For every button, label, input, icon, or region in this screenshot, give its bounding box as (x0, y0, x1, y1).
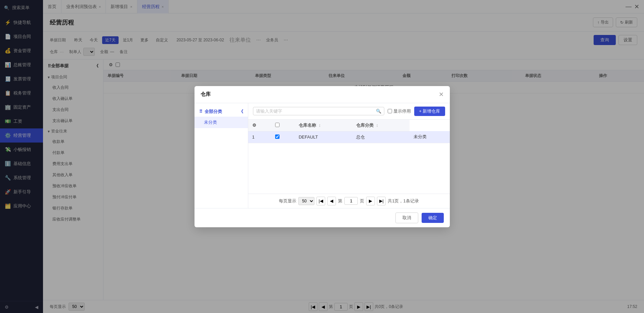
row-name: 总仓 (352, 131, 410, 143)
modal-title: 仓库 (201, 91, 211, 97)
modal-select-all[interactable] (275, 123, 280, 127)
settings-icon-modal[interactable]: ⚙ (252, 123, 256, 128)
modal-per-page-select[interactable]: 50 (298, 197, 314, 205)
modal-overlay: 仓库 ✕ ⠿ 全部分类 《 未分类 🔍 (0, 0, 644, 313)
modal-toolbar: 🔍 显示停用 + 新增仓库 (248, 103, 450, 120)
modal-search-box: 🔍 (253, 107, 385, 115)
warehouse-modal: 仓库 ✕ ⠿ 全部分类 《 未分类 🔍 (195, 86, 450, 227)
row-code: DEFAULT (295, 131, 352, 143)
modal-right: 🔍 显示停用 + 新增仓库 ⚙仓库名称 ↕仓库分类 ↕ 1 DEFAUL (248, 103, 450, 208)
modal-footer: 取消 确定 (195, 208, 450, 227)
modal-table: ⚙仓库名称 ↕仓库分类 ↕ 1 DEFAULT 总仓 未分类 (248, 120, 450, 143)
modal-page-label: 页 (360, 198, 364, 204)
row-check[interactable] (271, 131, 295, 143)
modal-per-page-label: 每页显示 (279, 198, 296, 204)
add-warehouse-button[interactable]: + 新增仓库 (414, 107, 445, 116)
modal-col-3: 仓库分类 ↕ (352, 120, 410, 131)
row-num: 1 (248, 131, 271, 143)
apps-icon: ⠿ (199, 109, 203, 114)
show-disabled-checkbox[interactable] (388, 109, 392, 113)
modal-left-nav: ⠿ 全部分类 《 未分类 (195, 103, 248, 208)
confirm-button[interactable]: 确定 (422, 213, 444, 223)
modal-last-page-btn[interactable]: ▶| (377, 197, 386, 205)
show-disabled-label: 显示停用 (388, 108, 411, 114)
modal-col-2: 仓库名称 ↕ (295, 120, 352, 131)
modal-first-label: 第 (338, 198, 342, 204)
modal-all-categories[interactable]: ⠿ 全部分类 《 (195, 107, 248, 117)
modal-first-page-btn[interactable]: |◀ (316, 197, 325, 205)
modal-nav-未分类[interactable]: 未分类 (195, 117, 248, 128)
modal-body: ⠿ 全部分类 《 未分类 🔍 显示停用 + 新增仓库 (195, 103, 450, 208)
modal-search-icon: 🔍 (376, 109, 381, 114)
modal-col-1 (271, 120, 295, 131)
modal-table-wrap: ⚙仓库名称 ↕仓库分类 ↕ 1 DEFAULT 总仓 未分类 (248, 120, 450, 194)
modal-col-0: ⚙ (248, 120, 271, 131)
modal-header: 仓库 ✕ (195, 86, 450, 103)
modal-total-label: 共1页，1条记录 (388, 198, 419, 204)
modal-collapse-icon[interactable]: 《 (239, 109, 243, 115)
modal-close-button[interactable]: ✕ (439, 91, 444, 98)
modal-pagination: 每页显示 50 |◀ ◀ 第 页 ▶ ▶| 共1页，1条记录 (248, 194, 450, 208)
modal-search-input[interactable] (256, 109, 374, 114)
modal-prev-page-btn[interactable]: ◀ (327, 197, 336, 205)
modal-table-row[interactable]: 1 DEFAULT 总仓 未分类 (248, 131, 450, 143)
row-category: 未分类 (410, 131, 450, 143)
modal-next-page-btn[interactable]: ▶ (366, 197, 375, 205)
cancel-button[interactable]: 取消 (395, 212, 418, 223)
modal-page-input[interactable] (344, 197, 358, 205)
